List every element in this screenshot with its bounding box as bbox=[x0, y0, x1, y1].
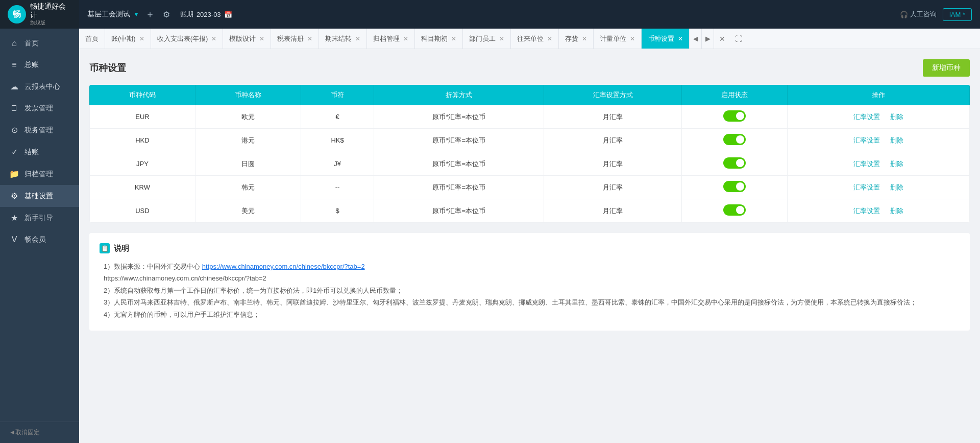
tab-close-icon[interactable]: ✕ bbox=[307, 35, 312, 42]
sidebar-item-ledger[interactable]: ≡ 总账 bbox=[0, 54, 79, 76]
tab-close-icon[interactable]: ✕ bbox=[451, 35, 456, 42]
delete-link[interactable]: 删除 bbox=[890, 113, 903, 121]
cell-status bbox=[682, 199, 788, 223]
enable-toggle[interactable] bbox=[723, 204, 746, 216]
notes-list: 1）数据来源：中国外汇交易中心 https://www.chinamoney.c… bbox=[100, 261, 960, 320]
tab-close-icon[interactable]: ✕ bbox=[259, 35, 264, 42]
cell-name: 欧元 bbox=[195, 105, 301, 129]
note-item-2: https://www.chinamoney.com.cn/chinese/bk… bbox=[100, 272, 960, 284]
header-right: 🎧 人工咨询 iAM * bbox=[900, 8, 972, 21]
app-logo-icon: 畅 bbox=[8, 5, 26, 24]
enable-toggle[interactable] bbox=[723, 157, 746, 169]
tab-template[interactable]: 模版设计 ✕ bbox=[223, 29, 271, 49]
tab-close-icon[interactable]: ✕ bbox=[211, 35, 216, 42]
tab-taxclear[interactable]: 税表清册 ✕ bbox=[271, 29, 319, 49]
note-item-5: 4）无官方牌价的币种，可以用户手工维护汇率信息； bbox=[100, 309, 960, 320]
table-row: KRW 韩元 -- 原币*汇率=本位币 月汇率 汇率设置 删除 bbox=[90, 176, 970, 199]
tab-unit[interactable]: 计量单位 ✕ bbox=[594, 29, 642, 49]
settings-icon: ⚙ bbox=[9, 191, 19, 201]
tab-income[interactable]: 收入支出表(年报) ✕ bbox=[151, 29, 224, 49]
tab-subject[interactable]: 科目期初 ✕ bbox=[415, 29, 463, 49]
table-row: JPY 日圆 J¥ 原币*汇率=本位币 月汇率 汇率设置 删除 bbox=[90, 152, 970, 176]
tab-archive[interactable]: 归档管理 ✕ bbox=[367, 29, 415, 49]
tab-label: 账(中期) bbox=[111, 34, 136, 43]
cell-name: 美元 bbox=[195, 199, 301, 223]
sidebar-item-member[interactable]: V 畅会员 bbox=[0, 229, 79, 250]
company-dropdown-icon[interactable]: ▼ bbox=[133, 11, 139, 18]
delete-link[interactable]: 删除 bbox=[890, 136, 903, 144]
sidebar-item-reports[interactable]: ☁ 云报表中心 bbox=[0, 76, 79, 98]
tab-close-icon[interactable]: ✕ bbox=[630, 35, 635, 42]
tab-currency[interactable]: 币种设置 ✕ bbox=[642, 29, 690, 49]
cell-action: 汇率设置 删除 bbox=[788, 176, 970, 199]
cell-action: 汇率设置 删除 bbox=[788, 105, 970, 129]
rate-settings-link[interactable]: 汇率设置 bbox=[853, 136, 880, 144]
app-edition: 旗舰版 bbox=[30, 19, 71, 27]
cell-rate-type: 月汇率 bbox=[544, 105, 682, 129]
calendar-icon[interactable]: 📅 bbox=[224, 11, 232, 18]
cell-action: 汇率设置 删除 bbox=[788, 129, 970, 152]
header-company: 基层工会测试 ▼ bbox=[87, 10, 139, 19]
sidebar-item-home[interactable]: ⌂ 首页 bbox=[0, 33, 79, 54]
cell-code: USD bbox=[90, 199, 195, 223]
support-button[interactable]: 🎧 人工咨询 bbox=[900, 10, 937, 19]
tab-close-all-button[interactable]: ✕ bbox=[714, 29, 730, 49]
new-currency-button[interactable]: 新增币种 bbox=[923, 59, 970, 77]
tab-close-icon[interactable]: ✕ bbox=[499, 35, 504, 42]
add-tab-button[interactable]: ＋ bbox=[143, 8, 157, 20]
sidebar-item-guide[interactable]: ★ 新手引导 bbox=[0, 207, 79, 229]
notes-link[interactable]: https://www.chinamoney.com.cn/chinese/bk… bbox=[202, 263, 365, 270]
tab-label: 首页 bbox=[85, 34, 99, 43]
cell-action: 汇率设置 删除 bbox=[788, 199, 970, 223]
delete-link[interactable]: 删除 bbox=[890, 183, 903, 191]
tab-close-icon[interactable]: ✕ bbox=[139, 35, 144, 42]
tab-close-icon[interactable]: ✕ bbox=[403, 35, 408, 42]
tab-periodend[interactable]: 期末结转 ✕ bbox=[319, 29, 367, 49]
currency-table: 币种代码 币种名称 币符 折算方式 汇率设置方式 启用状态 操作 EUR 欧元 … bbox=[89, 85, 970, 223]
tab-close-icon[interactable]: ✕ bbox=[678, 35, 683, 42]
archive-icon: 📁 bbox=[9, 169, 19, 179]
tab-home[interactable]: 首页 bbox=[79, 29, 105, 49]
main-content: 币种设置 新增币种 币种代码 币种名称 币符 折算方式 汇率设置方式 启用状态 … bbox=[79, 49, 980, 443]
sidebar-pin-toggle[interactable]: ◄取消固定 bbox=[0, 422, 79, 443]
col-header-code: 币种代码 bbox=[90, 85, 195, 105]
iam-button[interactable]: iAM * bbox=[943, 8, 972, 21]
cell-symbol: HK$ bbox=[301, 129, 374, 152]
sidebar: 畅 畅捷通好会计 旗舰版 ⌂ 首页 ≡ 总账 ☁ 云报表中心 🗒 发票管理 ⊙ … bbox=[0, 0, 79, 443]
enable-toggle[interactable] bbox=[723, 134, 746, 145]
enable-toggle[interactable] bbox=[723, 110, 746, 122]
tab-dept[interactable]: 部门员工 ✕ bbox=[463, 29, 511, 49]
tab-prev-button[interactable]: ◀ bbox=[690, 29, 702, 49]
sidebar-nav: ⌂ 首页 ≡ 总账 ☁ 云报表中心 🗒 发票管理 ⊙ 税务管理 ✓ 结账 📁 归… bbox=[0, 29, 79, 422]
cell-rate-type: 月汇率 bbox=[544, 152, 682, 176]
delete-link[interactable]: 删除 bbox=[890, 207, 903, 215]
tab-partner[interactable]: 往来单位 ✕ bbox=[511, 29, 559, 49]
cell-calc: 原币*汇率=本位币 bbox=[374, 105, 544, 129]
tab-close-icon[interactable]: ✕ bbox=[355, 35, 360, 42]
col-header-status: 启用状态 bbox=[682, 85, 788, 105]
invoice-icon: 🗒 bbox=[9, 104, 19, 113]
enable-toggle[interactable] bbox=[723, 181, 746, 192]
header-gear-icon[interactable]: ⚙ bbox=[161, 10, 172, 19]
sidebar-item-archive[interactable]: 📁 归档管理 bbox=[0, 163, 79, 185]
tab-next-button[interactable]: ▶ bbox=[702, 29, 714, 49]
sidebar-item-settings[interactable]: ⚙ 基础设置 bbox=[0, 185, 79, 207]
tab-expand-button[interactable]: ⛶ bbox=[730, 29, 747, 49]
rate-settings-link[interactable]: 汇率设置 bbox=[853, 207, 880, 215]
rate-settings-link[interactable]: 汇率设置 bbox=[853, 160, 880, 168]
tabbar: 首页 账(中期) ✕ 收入支出表(年报) ✕ 模版设计 ✕ 税表清册 ✕ 期末结… bbox=[79, 29, 980, 49]
tab-period[interactable]: 账(中期) ✕ bbox=[105, 29, 151, 49]
sidebar-item-checkout[interactable]: ✓ 结账 bbox=[0, 141, 79, 163]
rate-settings-link[interactable]: 汇率设置 bbox=[853, 113, 880, 121]
rate-settings-link[interactable]: 汇率设置 bbox=[853, 183, 880, 191]
table-row: HKD 港元 HK$ 原币*汇率=本位币 月汇率 汇率设置 删除 bbox=[90, 129, 970, 152]
tax-icon: ⊙ bbox=[9, 125, 19, 135]
delete-link[interactable]: 删除 bbox=[890, 160, 903, 168]
sidebar-item-tax[interactable]: ⊙ 税务管理 bbox=[0, 119, 79, 141]
sidebar-item-invoice[interactable]: 🗒 发票管理 bbox=[0, 98, 79, 119]
notes-icon: 📋 bbox=[100, 243, 110, 253]
tab-close-icon[interactable]: ✕ bbox=[582, 35, 587, 42]
tab-stock[interactable]: 存货 ✕ bbox=[559, 29, 594, 49]
tab-label: 币种设置 bbox=[648, 34, 674, 43]
tab-close-icon[interactable]: ✕ bbox=[547, 35, 552, 42]
